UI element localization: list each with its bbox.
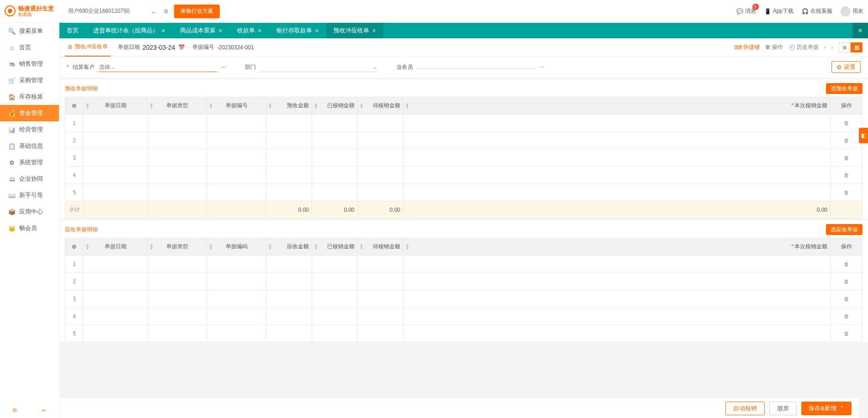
operate-link[interactable]: 🛠操作: [765, 43, 783, 51]
col-type[interactable]: ▲▼单据类型: [148, 97, 207, 115]
collapse-icon[interactable]: ⇤: [42, 407, 47, 413]
delete-icon[interactable]: 🗑: [844, 313, 849, 319]
col-gear[interactable]: ⚙: [65, 97, 84, 115]
receivable-table: ⚙ ▲▼单据日期 ▲▼单据类型 ▲▼单据编码 ▲▼应收金额 ▲▼已核销金额 ▲▼…: [65, 238, 863, 342]
close-icon[interactable]: ✕: [315, 28, 319, 34]
table-row[interactable]: 4🗑: [65, 167, 863, 184]
gear-icon[interactable]: ⚙: [164, 8, 169, 15]
col-amt[interactable]: ▲▼预收金额: [266, 97, 312, 115]
close-icon[interactable]: ✕: [372, 28, 376, 34]
sidebar-item-funds[interactable]: 💰资金管理: [0, 105, 59, 121]
delete-icon[interactable]: 🗑: [844, 137, 849, 144]
tab-purchase-report[interactable]: 进货单统计表（按商品）✕: [86, 23, 173, 38]
sidebar-item-home[interactable]: ⌂首页: [0, 39, 59, 56]
tab-prepay-offset[interactable]: 预收冲应收单✕: [326, 23, 383, 38]
table-row[interactable]: 1🗑: [65, 115, 863, 132]
staff-select[interactable]: [417, 66, 535, 69]
settings-button[interactable]: ⚙设置: [831, 61, 861, 73]
try-industry-button[interactable]: 体验行业方案: [174, 5, 220, 18]
col-type[interactable]: ▲▼单据类型: [148, 238, 207, 256]
col-code[interactable]: ▲▼单据编号: [207, 97, 266, 115]
table-row[interactable]: 2🗑: [65, 273, 863, 290]
next-icon[interactable]: ›: [831, 44, 833, 51]
delete-icon[interactable]: 🗑: [844, 189, 849, 196]
sidebar-item-inventory[interactable]: 🏠库存核算: [0, 89, 59, 105]
close-icon[interactable]: ✕: [258, 28, 262, 34]
doc-date-value[interactable]: 2023-03-24: [143, 44, 175, 51]
delete-icon[interactable]: 🗑: [844, 155, 849, 161]
delete-icon[interactable]: 🗑: [844, 278, 849, 285]
col-written[interactable]: ▲▼已核销金额: [312, 97, 358, 115]
avatar-icon: [841, 6, 851, 16]
tab-home[interactable]: 首页: [59, 23, 86, 38]
shortcut-link[interactable]: ⌨快捷键: [734, 43, 760, 51]
col-date[interactable]: ▲▼单据日期: [84, 238, 148, 256]
col-date[interactable]: ▲▼单据日期: [84, 97, 148, 115]
sidebar-item-guide[interactable]: 📖新手引导: [0, 187, 59, 204]
user-menu[interactable]: 用友: [841, 6, 863, 16]
prev-icon[interactable]: ‹: [824, 44, 826, 51]
sidebar-item-sales[interactable]: 🛍销售管理: [0, 56, 59, 72]
table-row[interactable]: 4🗑: [65, 308, 863, 325]
sidebar-item-basic[interactable]: 📋基础信息: [0, 138, 59, 154]
logo[interactable]: 畅捷通好生意 精易版: [5, 5, 59, 17]
dept-select[interactable]: ⌄: [259, 63, 378, 72]
money-icon: 💰: [8, 110, 16, 117]
more-icon[interactable]: ⋯: [221, 64, 227, 70]
calendar-icon[interactable]: 📅: [178, 44, 185, 51]
table-row[interactable]: 3🗑: [65, 149, 863, 167]
auto-writeoff-button[interactable]: 自动核销: [725, 402, 765, 415]
prepay-section: 预收单据明细 选预收单据 ⚙ ▲▼单据日期 ▲▼单据类型 ▲▼单据编号 ▲▼预收…: [59, 79, 868, 219]
col-pending[interactable]: ▲▼待核销金额: [358, 97, 403, 115]
col-this[interactable]: ▲▼*本次核销金额: [403, 97, 831, 115]
tab-cost-recalc[interactable]: 商品成本重算✕: [173, 23, 230, 38]
col-pending[interactable]: ▲▼待核销金额: [358, 238, 403, 256]
view-list-icon[interactable]: ≣: [839, 42, 851, 52]
message-icon: 💬: [736, 8, 743, 15]
customer-input[interactable]: [98, 63, 217, 72]
delete-icon[interactable]: 🗑: [844, 330, 849, 337]
settings-icon[interactable]: ⚙: [12, 407, 17, 413]
table-row[interactable]: 5🗑: [65, 325, 863, 342]
col-amt[interactable]: ▲▼应收金额: [266, 238, 312, 256]
delete-icon[interactable]: 🗑: [844, 172, 849, 178]
save-new-button[interactable]: 保存&新增⌃: [801, 402, 852, 415]
table-row[interactable]: 3🗑: [65, 290, 863, 308]
history-link[interactable]: 🕘历史单据: [789, 43, 819, 51]
edge-tab[interactable]: ◧: [859, 128, 868, 143]
delete-icon[interactable]: 🗑: [844, 120, 849, 126]
delete-icon[interactable]: 🗑: [844, 261, 849, 267]
table-row[interactable]: 5🗑: [65, 184, 863, 201]
more-icon[interactable]: ⋯: [539, 64, 545, 70]
view-card-icon[interactable]: ▦: [851, 42, 863, 52]
table-row[interactable]: 2🗑: [65, 132, 863, 149]
tab-receipt[interactable]: 收款单✕: [230, 23, 269, 38]
discard-button[interactable]: 放弃: [769, 402, 797, 415]
company-select[interactable]: 用户690企业1660120750 ⌄: [64, 5, 160, 18]
pick-prepay-button[interactable]: 选预收单据: [826, 83, 863, 94]
pick-receivable-button[interactable]: 选应收单据: [826, 224, 863, 235]
col-written[interactable]: ▲▼已核销金额: [312, 238, 358, 256]
close-icon[interactable]: ✕: [218, 28, 222, 34]
sidebar-item-purchase[interactable]: 🛒采购管理: [0, 72, 59, 89]
sidebar-item-business[interactable]: 📊经营管理: [0, 121, 59, 138]
online-service-link[interactable]: 🎧 在线客服: [802, 7, 832, 15]
sidebar-item-member[interactable]: 👑畅会员: [0, 220, 59, 236]
tab-bank[interactable]: 银行存取款单✕: [269, 23, 326, 38]
col-gear[interactable]: ⚙: [65, 238, 84, 256]
doc-tab[interactable]: 🗎 预收冲应收单: [65, 38, 111, 57]
sidebar-item-search[interactable]: 🔍搜索菜单: [0, 23, 59, 39]
delete-icon[interactable]: 🗑: [844, 296, 849, 302]
sidebar-item-system[interactable]: ⚙系统管理: [0, 154, 59, 171]
close-icon[interactable]: ✕: [161, 28, 165, 34]
doc-icon: 🗎: [68, 44, 73, 50]
col-this[interactable]: ▲▼*本次核销金额: [403, 238, 831, 256]
table-row[interactable]: 1🗑: [65, 256, 863, 273]
app-download-link[interactable]: 📱 App下载: [764, 7, 794, 15]
sidebar: 🔍搜索菜单 ⌂首页 🛍销售管理 🛒采购管理 🏠库存核算 💰资金管理 📊经营管理 …: [0, 23, 59, 418]
close-all-tabs[interactable]: ✕: [852, 23, 868, 38]
messages-link[interactable]: 💬 消息 5: [736, 7, 756, 15]
col-code[interactable]: ▲▼单据编码: [207, 238, 266, 256]
sidebar-item-collab[interactable]: 🗂企业协同: [0, 171, 59, 187]
sidebar-item-apps[interactable]: 📦应用中心: [0, 204, 59, 220]
